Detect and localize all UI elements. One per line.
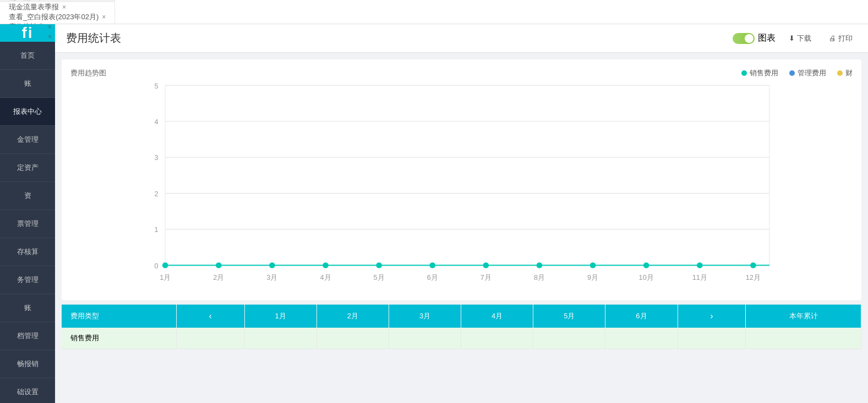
sidebar-item[interactable]: 础设置: [0, 378, 55, 403]
cell-may: [533, 328, 605, 349]
toggle-container[interactable]: 图表: [733, 32, 776, 44]
svg-point-17: [376, 262, 382, 268]
sidebar-item[interactable]: 定资产: [0, 154, 55, 182]
print-button[interactable]: 🖨 打印: [825, 31, 857, 46]
col-mar: 3月: [389, 305, 461, 328]
sidebar-logo: fi: [0, 24, 55, 42]
sidebar-item[interactable]: 资: [0, 182, 55, 210]
print-icon: 🖨: [829, 34, 836, 42]
legend-label: 财: [845, 68, 853, 78]
legend-item: 财: [837, 68, 853, 78]
svg-point-16: [323, 262, 329, 268]
cell-nav-empty: [176, 328, 244, 349]
data-table: 费用类型 ‹ 1月 2月 3月 4月 5月 6月 › 本年累计 销售费用: [62, 305, 861, 349]
legend-item: 销售费用: [741, 68, 778, 78]
download-label: 下载: [797, 34, 811, 43]
sidebar-item[interactable]: 档管理: [0, 322, 55, 350]
chart-header: 费用趋势图 销售费用管理费用财: [70, 68, 853, 78]
legend-label: 管理费用: [798, 68, 826, 78]
svg-point-14: [216, 262, 222, 268]
sidebar-item[interactable]: 报表中心: [0, 98, 55, 126]
svg-text:9月: 9月: [587, 274, 598, 281]
legend-dot: [789, 70, 795, 76]
tab-close-button[interactable]: ×: [62, 3, 66, 11]
svg-point-19: [483, 262, 489, 268]
col-jan: 1月: [244, 305, 316, 328]
cell-apr: [461, 328, 533, 349]
sidebar-item[interactable]: 金管理: [0, 126, 55, 154]
sidebar-items: 首页账报表中心金管理定资产资票管理存核算务管理账档管理畅报销础设置: [0, 42, 55, 403]
page-title: 费用统计表: [66, 31, 121, 46]
sidebar: fi 首页账报表中心金管理定资产资票管理存核算务管理账档管理畅报销础设置: [0, 24, 55, 403]
tab-item[interactable]: 查看_空白报表(2023年02月)×: [0, 12, 115, 22]
sidebar-item[interactable]: 存核算: [0, 238, 55, 266]
legend-item: 管理费用: [789, 68, 826, 78]
sidebar-item[interactable]: 账: [0, 294, 55, 322]
svg-text:4: 4: [154, 118, 158, 126]
sidebar-item[interactable]: 首页: [0, 42, 55, 70]
chart-section: 费用趋势图 销售费用管理费用财 0 1 2 3 4 5: [62, 59, 861, 300]
col-prev[interactable]: ‹: [176, 305, 244, 328]
cell-feb: [316, 328, 389, 349]
tab-close-button[interactable]: ×: [48, 0, 52, 1]
svg-text:2: 2: [154, 190, 158, 198]
chart-legend: 销售费用管理费用财: [741, 68, 853, 78]
svg-text:6月: 6月: [427, 274, 438, 281]
legend-dot: [837, 70, 843, 76]
cell-nav2-empty: [678, 328, 746, 349]
tab-bar: 首页利润表季报×现金流量表×现金流量表季报×查看_空白报表(2023年02月)×…: [0, 0, 868, 24]
table-header-row: 费用类型 ‹ 1月 2月 3月 4月 5月 6月 › 本年累计: [62, 305, 861, 328]
svg-point-23: [697, 262, 703, 268]
download-button[interactable]: ⬇ 下载: [784, 31, 816, 46]
chart-container: 0 1 2 3 4 5: [70, 82, 853, 291]
cell-jan: [244, 328, 316, 349]
svg-text:1: 1: [154, 226, 158, 234]
svg-text:10月: 10月: [639, 274, 654, 281]
toggle-label: 图表: [758, 32, 776, 44]
legend-dot: [741, 70, 747, 76]
svg-point-15: [269, 262, 275, 268]
tab-item[interactable]: 现金流量表季报×: [0, 2, 115, 12]
chart-title: 费用趋势图: [70, 68, 106, 78]
svg-text:4月: 4月: [320, 274, 331, 281]
page-header: 费用统计表 图表 ⬇ 下载 🖨 打印: [55, 24, 868, 53]
tab-close-button[interactable]: ×: [102, 13, 106, 21]
prev-arrow[interactable]: ‹: [206, 311, 215, 321]
svg-text:5月: 5月: [374, 274, 385, 281]
sidebar-item[interactable]: 畅报销: [0, 350, 55, 378]
svg-text:7月: 7月: [481, 274, 492, 281]
svg-point-22: [643, 262, 649, 268]
print-label: 打印: [838, 34, 853, 43]
svg-rect-12: [165, 85, 769, 265]
svg-text:12月: 12月: [746, 274, 761, 281]
svg-text:11月: 11月: [692, 274, 707, 281]
svg-text:0: 0: [154, 262, 158, 270]
sidebar-item[interactable]: 账: [0, 70, 55, 98]
tab-close-button[interactable]: ×: [48, 33, 52, 41]
table-row: 销售费用: [62, 328, 861, 349]
col-ytd: 本年累计: [746, 305, 861, 328]
col-apr: 4月: [461, 305, 533, 328]
sidebar-item[interactable]: 务管理: [0, 266, 55, 294]
table-section: 费用类型 ‹ 1月 2月 3月 4月 5月 6月 › 本年累计 销售费用: [62, 305, 861, 403]
tab-close-button[interactable]: ×: [48, 23, 52, 31]
col-type: 费用类型: [62, 305, 176, 328]
col-feb: 2月: [316, 305, 389, 328]
cell-type: 销售费用: [62, 328, 176, 349]
svg-point-21: [590, 262, 596, 268]
download-icon: ⬇: [789, 34, 795, 42]
content-area: 费用统计表 图表 ⬇ 下载 🖨 打印 费用趋势图 销售费用管理: [55, 24, 868, 403]
svg-text:5: 5: [154, 82, 158, 90]
next-arrow[interactable]: ›: [707, 311, 716, 321]
col-next[interactable]: ›: [678, 305, 746, 328]
svg-text:8月: 8月: [534, 274, 545, 281]
sidebar-item[interactable]: 票管理: [0, 210, 55, 238]
cell-ytd: [746, 328, 861, 349]
svg-point-24: [750, 262, 756, 268]
chart-toggle[interactable]: [733, 33, 755, 44]
svg-text:3月: 3月: [266, 274, 277, 281]
svg-text:3: 3: [154, 154, 158, 162]
svg-point-18: [429, 262, 435, 268]
cell-mar: [389, 328, 461, 349]
legend-label: 销售费用: [750, 68, 778, 78]
